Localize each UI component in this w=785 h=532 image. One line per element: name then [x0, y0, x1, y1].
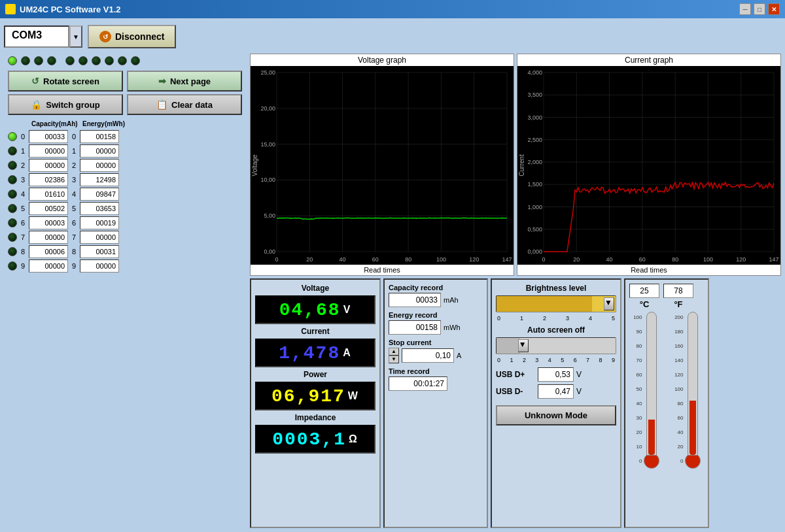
impedance-unit: Ω — [349, 433, 358, 445]
meter-panel: Voltage 04,68 V Current 1,478 A — [250, 278, 381, 528]
row-num2-8: 8 — [71, 248, 77, 256]
celsius-scale: 100 90 80 70 60 50 40 30 20 10 — [635, 312, 642, 473]
fahrenheit-tube — [688, 312, 698, 456]
rotate-label: Rotate screen — [43, 76, 99, 86]
minimize-button[interactable]: ─ — [739, 3, 751, 15]
nrg-field-7[interactable] — [80, 231, 119, 244]
cap-field-1[interactable] — [29, 144, 68, 158]
nrg-field-9[interactable] — [80, 259, 119, 273]
nrg-field-6[interactable] — [80, 216, 119, 229]
indicator-5 — [78, 56, 88, 65]
cap-field-5[interactable] — [29, 202, 68, 215]
nrg-field-5[interactable] — [80, 202, 119, 215]
brightness-handle[interactable]: ▼ — [604, 297, 614, 310]
stop-current-label: Stop current — [389, 339, 483, 346]
indicator-4 — [65, 56, 75, 65]
cap-field-7[interactable] — [29, 231, 68, 244]
cap-field-9[interactable] — [29, 259, 68, 273]
nrg-field-1[interactable] — [80, 144, 119, 158]
fahrenheit-thermo-with-scale: 200 180 160 140 120 100 80 60 40 20 — [673, 312, 701, 473]
data-table: Capacity(mAh) Energy(mWh) 0 0 1 1 2 2 3 … — [4, 118, 246, 528]
voltage-graph-container: Voltage graph Read times — [250, 54, 514, 276]
row-indicator-9 — [8, 261, 17, 271]
cap-field-4[interactable] — [29, 188, 68, 201]
spin-down-button[interactable]: ▼ — [389, 356, 399, 363]
cap-field-3[interactable] — [29, 173, 68, 186]
switch-group-button[interactable]: 🔒 Switch group — [8, 94, 123, 115]
temperature-panel: 25 °C 78 °F — [624, 278, 709, 528]
impedance-meter-row: 0003,1 Ω — [255, 425, 375, 454]
rotate-screen-button[interactable]: ↺ Rotate screen — [8, 71, 123, 91]
row-num2-6: 6 — [71, 219, 77, 227]
usb-d-plus-label: USB D+ — [496, 370, 535, 379]
stop-current-spinner: ▲ ▼ — [389, 348, 399, 363]
cap-field-0[interactable] — [29, 130, 68, 143]
disconnect-button[interactable]: ↺ Disconnect — [88, 25, 176, 48]
voltage-display: 04,68 V — [255, 295, 375, 324]
unknown-mode-button[interactable]: Unknown Mode — [496, 405, 616, 425]
row-indicator-1 — [8, 146, 17, 156]
cap-field-2[interactable] — [29, 159, 68, 172]
usb-d-minus-field[interactable] — [538, 384, 574, 399]
switch-group-icon: 🔒 — [31, 99, 42, 110]
row-indicator-2 — [8, 161, 17, 170]
impedance-value: 0003,1 — [272, 429, 346, 450]
data-row-6: 6 6 — [8, 216, 120, 229]
time-record-field[interactable] — [389, 376, 447, 391]
row-num-6: 6 — [20, 219, 26, 227]
stop-current-group: Stop current ▲ ▼ A — [389, 339, 483, 363]
switch-group-label: Switch group — [46, 100, 99, 110]
row-num-2: 2 — [20, 161, 26, 169]
usb-d-plus-field[interactable] — [538, 367, 574, 382]
usb-d-plus-unit: V — [576, 370, 582, 379]
disconnect-icon: ↺ — [99, 31, 111, 42]
indicator-2 — [34, 56, 43, 65]
clear-data-label: Clear data — [171, 100, 213, 110]
nrg-field-4[interactable] — [80, 188, 119, 201]
next-icon: ➡ — [158, 76, 166, 86]
energy-record-unit: mWh — [444, 324, 461, 331]
capacity-header: Capacity(mAh) — [30, 119, 69, 129]
current-x-label: Read times — [517, 265, 780, 275]
clear-data-button[interactable]: 📋 Clear data — [127, 94, 242, 115]
cap-field-8[interactable] — [29, 245, 68, 258]
nrg-field-8[interactable] — [80, 245, 119, 258]
nrg-field-3[interactable] — [80, 173, 119, 186]
records-panel: Capacity record mAh Energy record mWh — [383, 278, 488, 528]
energy-record-field[interactable] — [389, 320, 441, 335]
row-num2-5: 5 — [71, 205, 77, 212]
cap-field-6[interactable] — [29, 216, 68, 229]
nrg-field-2[interactable] — [80, 159, 119, 172]
time-record-group: Time record — [389, 367, 483, 391]
current-graph-title: Current graph — [517, 54, 780, 66]
nrg-field-0[interactable] — [80, 130, 119, 143]
next-page-button[interactable]: ➡ Next page — [127, 71, 242, 91]
row-num-1: 1 — [20, 147, 26, 155]
auto-screen-slider-container: ▼ — [496, 337, 616, 354]
row-num-0: 0 — [20, 133, 26, 141]
celsius-label: °C — [640, 299, 650, 309]
capacity-record-row: mAh — [389, 293, 483, 307]
auto-screen-handle[interactable]: ▼ — [518, 339, 529, 352]
com-port-dropdown[interactable]: ▼ — [69, 25, 82, 48]
capacity-record-field[interactable] — [389, 293, 441, 307]
close-button[interactable]: ✕ — [768, 3, 780, 15]
maximize-button[interactable]: □ — [754, 3, 765, 15]
row-indicator-0 — [8, 132, 17, 141]
row-num-5: 5 — [20, 205, 26, 212]
voltage-unit: V — [343, 304, 352, 316]
thermometers: 100 90 80 70 60 50 40 30 20 10 — [629, 312, 704, 523]
action-buttons: 🔒 Switch group 📋 Clear data — [4, 94, 246, 115]
row-num2-2: 2 — [71, 161, 77, 169]
next-page-label: Next page — [170, 76, 211, 86]
voltage-graph-area — [251, 66, 514, 265]
celsius-thermometer: 100 90 80 70 60 50 40 30 20 10 — [629, 312, 664, 523]
usb-d-minus-label: USB D- — [496, 387, 535, 396]
celsius-thermo-with-scale: 100 90 80 70 60 50 40 30 20 10 — [635, 312, 659, 473]
stop-current-field[interactable] — [402, 348, 454, 363]
current-canvas — [517, 66, 780, 265]
current-graph-area — [517, 66, 780, 265]
com-select: COM3 ▼ — [4, 25, 82, 48]
spin-up-button[interactable]: ▲ — [389, 348, 399, 356]
current-meter-label: Current — [255, 327, 375, 336]
